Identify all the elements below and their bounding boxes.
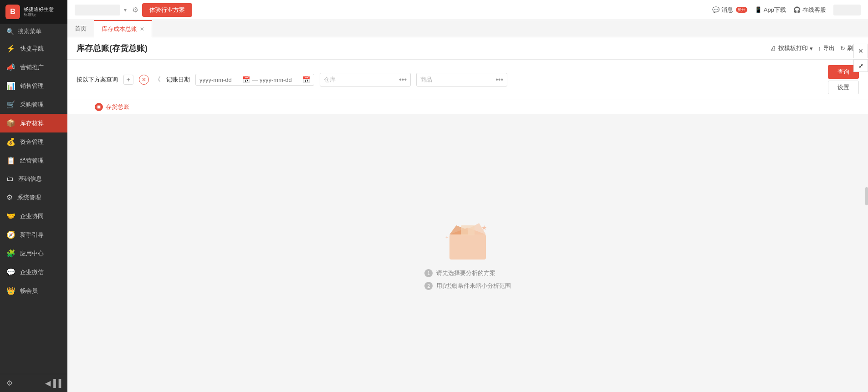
sidebar-item-企业微信[interactable]: 💬企业微信 bbox=[0, 263, 67, 281]
sidebar-item-label: 资金管理 bbox=[20, 138, 44, 146]
sidebar-icon: 👑 bbox=[6, 286, 15, 295]
print-button[interactable]: 🖨 按模板打印 ▾ bbox=[771, 44, 813, 52]
sidebar-item-企业协同[interactable]: 🤝企业协同 bbox=[0, 207, 67, 225]
empty-illustration: ★ ✦ bbox=[440, 216, 495, 262]
date-from-input[interactable] bbox=[199, 76, 240, 83]
sidebar-item-基础信息[interactable]: 🗂基础信息 bbox=[0, 170, 67, 188]
sidebar-item-label: 快捷导航 bbox=[20, 45, 44, 53]
warehouse-more-icon: ••• bbox=[399, 76, 407, 84]
date-range-input[interactable]: 📅 — 📅 bbox=[195, 74, 314, 86]
sidebar-item-快捷导航[interactable]: ⚡快捷导航 bbox=[0, 39, 67, 58]
sidebar-item-销售管理[interactable]: 📊销售管理 bbox=[0, 76, 67, 95]
export-label: 导出 bbox=[823, 44, 835, 52]
topbar-right: 💬 消息 99+ 📱 App下载 🎧 在线客服 bbox=[712, 5, 861, 15]
filter-collapse-button[interactable]: 《 bbox=[154, 76, 161, 84]
logo-icon: B bbox=[5, 5, 20, 19]
sidebar-item-营销推广[interactable]: 📣营销推广 bbox=[0, 58, 67, 76]
main-content: ▾ ⚙ 体验行业方案 💬 消息 99+ 📱 App下载 🎧 在线客服 首页 bbox=[67, 0, 868, 392]
svg-text:✦: ✦ bbox=[445, 235, 449, 240]
warehouse-label: 仓库 bbox=[324, 76, 336, 84]
sidebar-item-经营管理[interactable]: 📋经营管理 bbox=[0, 151, 67, 170]
filter-clear-button[interactable]: ✕ bbox=[139, 75, 149, 85]
sidebar-item-库存核算[interactable]: 📦库存核算 bbox=[0, 114, 67, 132]
sidebar: B 畅捷通好生意 标准版 🔍 搜索菜单 ⚡快捷导航📣营销推广📊销售管理🛒采购管理… bbox=[0, 0, 67, 392]
app-edition: 标准版 bbox=[24, 12, 54, 18]
calendar-to-icon[interactable]: 📅 bbox=[302, 76, 310, 83]
sidebar-icon: 🗂 bbox=[6, 175, 14, 183]
sidebar-item-系统管理[interactable]: ⚙系统管理 bbox=[0, 188, 67, 207]
sidebar-icon: 🤝 bbox=[6, 212, 15, 220]
speaker-icon[interactable]: ◀▐▐ bbox=[45, 379, 61, 387]
message-button[interactable]: 💬 消息 99+ bbox=[712, 6, 747, 14]
online-service-button[interactable]: 🎧 在线客服 bbox=[793, 6, 826, 14]
goods-more-icon: ••• bbox=[495, 76, 503, 84]
sub-filter: 存货总账 bbox=[67, 100, 868, 114]
sidebar-item-label: 库存核算 bbox=[20, 119, 44, 127]
sidebar-item-label: 应用中心 bbox=[20, 249, 44, 258]
sidebar-logo: B 畅捷通好生意 标准版 bbox=[0, 0, 67, 24]
message-label: 消息 bbox=[721, 6, 733, 14]
sidebar-icon: 🧩 bbox=[6, 249, 15, 258]
export-button[interactable]: ↑ 导出 bbox=[818, 44, 835, 52]
svg-point-1 bbox=[97, 106, 100, 108]
sidebar-search[interactable]: 🔍 搜索菜单 bbox=[0, 24, 67, 39]
online-service-label: 在线客服 bbox=[802, 6, 826, 14]
date-to-input[interactable] bbox=[260, 76, 301, 83]
empty-tips: 1 请先选择要分析的方案 2 用[过滤]条件来缩小分析范围 bbox=[424, 269, 511, 290]
gear-icon[interactable]: ⚙ bbox=[132, 5, 138, 14]
svg-text:★: ★ bbox=[481, 224, 487, 231]
tab-home-label: 首页 bbox=[75, 25, 87, 33]
app-name: 畅捷通好生意 bbox=[24, 6, 54, 12]
export-icon: ↑ bbox=[818, 45, 822, 52]
panel-header-right: 🖨 按模板打印 ▾ ↑ 导出 ↻ 刷新 bbox=[771, 44, 859, 52]
sidebar-item-label: 企业微信 bbox=[20, 268, 44, 276]
sub-filter-inventory[interactable]: 存货总账 bbox=[95, 103, 129, 111]
message-badge: 99+ bbox=[736, 7, 747, 13]
goods-select[interactable]: 商品 ••• bbox=[416, 73, 507, 87]
tip-text-1: 请先选择要分析的方案 bbox=[436, 269, 495, 277]
app-download-button[interactable]: 📱 App下载 bbox=[755, 6, 786, 14]
sidebar-item-资金管理[interactable]: 💰资金管理 bbox=[0, 132, 67, 151]
sidebar-icon: 📋 bbox=[6, 156, 15, 165]
sidebar-icon: 💬 bbox=[6, 268, 15, 276]
print-label: 按模板打印 bbox=[778, 44, 808, 52]
sidebar-item-label: 系统管理 bbox=[17, 193, 41, 202]
panel-close-button[interactable]: ✕ bbox=[853, 44, 868, 58]
sidebar-item-采购管理[interactable]: 🛒采购管理 bbox=[0, 95, 67, 114]
empty-tip-1: 1 请先选择要分析的方案 bbox=[424, 269, 511, 277]
settings-button[interactable]: 设置 bbox=[828, 81, 859, 94]
tab-inventory-ledger-label: 库存成本总账 bbox=[102, 25, 137, 33]
sidebar-icon: 🧭 bbox=[6, 230, 15, 239]
app-download-label: App下载 bbox=[764, 6, 786, 14]
resize-handle[interactable] bbox=[865, 187, 868, 205]
sidebar-item-新手引导[interactable]: 🧭新手引导 bbox=[0, 225, 67, 244]
settings-icon[interactable]: ⚙ bbox=[6, 379, 13, 387]
sidebar-icon: ⚙ bbox=[6, 193, 13, 202]
sub-filter-item-label: 存货总账 bbox=[106, 103, 129, 111]
svg-rect-3 bbox=[461, 225, 475, 235]
tab-inventory-ledger[interactable]: 库存成本总账 ✕ bbox=[94, 20, 152, 37]
filter-add-button[interactable]: ＋ bbox=[123, 75, 133, 85]
message-icon: 💬 bbox=[712, 6, 720, 13]
tip-num-1: 1 bbox=[424, 269, 433, 277]
warehouse-select[interactable]: 仓库 ••• bbox=[320, 73, 411, 87]
sidebar-item-label: 销售管理 bbox=[20, 82, 44, 90]
tab-home[interactable]: 首页 bbox=[67, 20, 94, 37]
calendar-from-icon[interactable]: 📅 bbox=[242, 76, 250, 83]
chevron-down-icon: ▾ bbox=[124, 7, 127, 13]
user-avatar[interactable] bbox=[833, 5, 861, 15]
panel-controls: ✕ ⤢ bbox=[853, 44, 868, 72]
sidebar-icon: 🛒 bbox=[6, 100, 15, 109]
sidebar-icon: ⚡ bbox=[6, 44, 15, 53]
resize-button[interactable]: ⤢ bbox=[853, 59, 868, 72]
sidebar-item-应用中心[interactable]: 🧩应用中心 bbox=[0, 244, 67, 263]
sidebar-item-label: 企业协同 bbox=[20, 212, 44, 220]
svg-rect-2 bbox=[449, 234, 486, 260]
logo-text: 畅捷通好生意 标准版 bbox=[24, 6, 54, 18]
sidebar-icon: 📣 bbox=[6, 63, 15, 71]
sidebar-item-label: 经营管理 bbox=[20, 157, 44, 165]
tab-close-icon[interactable]: ✕ bbox=[140, 26, 144, 32]
trial-button[interactable]: 体验行业方案 bbox=[142, 3, 192, 17]
sidebar-item-畅会员[interactable]: 👑畅会员 bbox=[0, 281, 67, 300]
sidebar-item-label: 营销推广 bbox=[20, 63, 44, 71]
